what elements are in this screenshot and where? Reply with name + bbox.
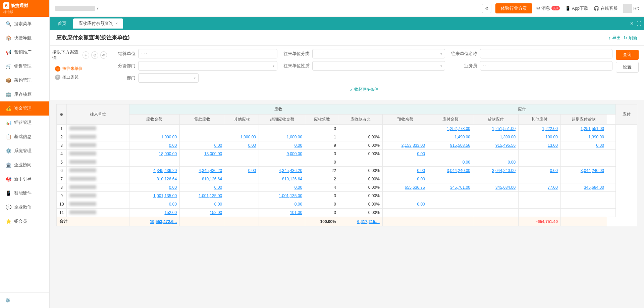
tab-home[interactable]: 首页 bbox=[52, 18, 72, 29]
cell-rec_loan[interactable]: 0.00 bbox=[180, 141, 225, 150]
cell-rec_amount[interactable]: 4,345,436.20 bbox=[129, 167, 180, 175]
sidebar-item-guide[interactable]: 🎯 新手引导 bbox=[0, 172, 49, 186]
filter-add-btn[interactable]: + bbox=[83, 51, 89, 59]
maximize-window-icon[interactable]: ⛶ bbox=[637, 21, 641, 26]
cell-rec_amount[interactable]: 1,000.00 bbox=[129, 133, 180, 141]
cell-pay_loan[interactable]: 915,495.56 bbox=[473, 141, 519, 150]
partner-category-select[interactable]: ▾ bbox=[312, 49, 445, 58]
sidebar-item-member[interactable]: ⭐ 畅会员 bbox=[0, 214, 49, 228]
sidebar-item-enterprise[interactable]: 🏛️ 企业协同 bbox=[0, 158, 49, 172]
salesman-input[interactable]: ··· bbox=[480, 61, 612, 71]
cell-pay_overdue[interactable]: 345,684.00 bbox=[560, 183, 607, 192]
close-window-icon[interactable]: ✕ bbox=[630, 21, 634, 26]
cell-pay_amount[interactable]: 3,044,240.00 bbox=[428, 167, 473, 175]
scheme-by-partner[interactable]: 往 按往来单位 bbox=[52, 64, 107, 73]
table-settings-col[interactable]: ⚙ bbox=[57, 104, 67, 125]
partner-name-input[interactable] bbox=[480, 49, 612, 58]
topbar-settings-btn[interactable]: ⚙ bbox=[482, 4, 491, 13]
cell-pay_overdue[interactable]: 1,251,551.00 bbox=[560, 125, 607, 133]
cell-rec_overdue[interactable]: 0.00 bbox=[259, 183, 305, 192]
cell-rec_amount[interactable]: 1,001,135.00 bbox=[129, 192, 180, 200]
cell-rec_amount[interactable]: 152.00 bbox=[129, 209, 180, 217]
cell-rec_amount[interactable]: 0.00 bbox=[129, 141, 180, 150]
export-btn[interactable]: ↑ 导出 bbox=[609, 35, 621, 41]
sidebar-item-nav[interactable]: 🏠 快捷导航 bbox=[0, 31, 49, 45]
cell-pay_other[interactable]: 0.00 bbox=[519, 167, 561, 175]
cell-rec_loan[interactable]: 0.00 bbox=[180, 200, 225, 209]
scheme-by-salesman[interactable]: 业 按业务员 bbox=[52, 73, 107, 81]
cell-rec_overdue[interactable]: 810,126.64 bbox=[259, 175, 305, 183]
sidebar-item-hardware[interactable]: 📱 智能硬件 bbox=[0, 186, 49, 200]
partner-nature-select[interactable]: ▾ bbox=[312, 61, 445, 71]
cell-rec_loan[interactable]: 0.00 bbox=[180, 183, 225, 192]
message-btn[interactable]: ✉ 消息 99+ bbox=[536, 5, 560, 11]
sidebar-item-inventory[interactable]: 🏢 库存核算 bbox=[0, 87, 49, 101]
cell-rec_loan[interactable]: 152.00 bbox=[180, 209, 225, 217]
sidebar-item-purchase[interactable]: 📦 采购管理 bbox=[0, 73, 49, 87]
cell-rec_overdue[interactable]: 0.00 bbox=[259, 141, 305, 150]
cell-rec_overdue[interactable]: 101.00 bbox=[259, 209, 305, 217]
industry-solution-btn[interactable]: 体验行业方案 bbox=[495, 3, 532, 13]
cell-advance[interactable]: 0.00 bbox=[382, 200, 428, 209]
cell-pay_other[interactable]: 100.00 bbox=[519, 133, 561, 141]
cell-rec_overdue[interactable]: 9,000.00 bbox=[259, 150, 305, 158]
sidebar-bottom-settings[interactable]: ⚙️ bbox=[0, 295, 49, 305]
cell-advance[interactable]: 2,153,333.00 bbox=[382, 141, 428, 150]
online-service-btn[interactable]: 🎧 在线客服 bbox=[594, 5, 618, 11]
sidebar-item-marketing[interactable]: 📢 营销推广 bbox=[0, 45, 49, 59]
cell-pay_amount[interactable]: 345,761.00 bbox=[428, 183, 473, 192]
tab-current[interactable]: 应收应付余额查询 × bbox=[73, 18, 123, 29]
filter-expand-btn[interactable]: ≪ bbox=[100, 51, 107, 59]
cell-rec_overdue[interactable]: 1,000.00 bbox=[259, 133, 305, 141]
cell-rec_overdue[interactable]: 0.00 bbox=[259, 200, 305, 209]
refresh-btn[interactable]: ↻ 刷新 bbox=[624, 35, 637, 41]
cell-pay_amount[interactable]: 0.00 bbox=[428, 158, 473, 167]
tab-close-btn[interactable]: × bbox=[115, 21, 118, 26]
sidebar-item-sales[interactable]: 🛒 销售管理 bbox=[0, 59, 49, 73]
cell-rec_overdue[interactable]: 4,345,436.20 bbox=[259, 167, 305, 175]
filter-settings-small-btn[interactable]: ⊙ bbox=[91, 51, 98, 59]
cell-rec_loan[interactable]: 4,345,436.20 bbox=[180, 167, 225, 175]
cell-pay_amount[interactable]: 1,490.00 bbox=[428, 133, 473, 141]
cell-pay_amount[interactable]: 915,508.56 bbox=[428, 141, 473, 150]
cell-pay_loan[interactable]: 3,044,240.00 bbox=[473, 167, 519, 175]
cell-advance[interactable]: 0.00 bbox=[382, 167, 428, 175]
dept-select[interactable]: ▾ bbox=[138, 73, 199, 83]
cell-pay_overdue[interactable]: 3,044,240.00 bbox=[560, 167, 607, 175]
cell-pay_other[interactable]: 1,222.00 bbox=[519, 125, 561, 133]
cell-rec_amount[interactable]: 18,000.00 bbox=[129, 150, 180, 158]
cell-rec_loan[interactable]: 18,000.00 bbox=[180, 150, 225, 158]
cell-pay_other[interactable]: 13.00 bbox=[519, 141, 561, 150]
cell-pay_loan[interactable]: 345,684.00 bbox=[473, 183, 519, 192]
cell-pay_other[interactable]: 77.00 bbox=[519, 183, 561, 192]
cell-pay_loan[interactable]: 0.00 bbox=[473, 158, 519, 167]
cell-pay_overdue[interactable]: 1,390.00 bbox=[560, 133, 607, 141]
settlement-unit-input[interactable]: ··· bbox=[138, 49, 277, 58]
sidebar-item-search[interactable]: 🔍 搜索菜单 bbox=[0, 17, 49, 31]
query-btn[interactable]: 查询 bbox=[616, 50, 639, 60]
cell-advance[interactable]: 0.00 bbox=[382, 175, 428, 183]
cell-pay_overdue[interactable]: 0.00 bbox=[560, 141, 607, 150]
cell-rec_amount[interactable]: 810,126.64 bbox=[129, 175, 180, 183]
cell-rec_loan[interactable]: 810,126.64 bbox=[180, 175, 225, 183]
sidebar-item-wechat[interactable]: 💬 企业微信 bbox=[0, 200, 49, 214]
filter-settings-btn[interactable]: 设置 bbox=[616, 62, 639, 73]
cell-rec_overdue[interactable]: 1,001,135.00 bbox=[259, 192, 305, 200]
app-download-btn[interactable]: 📱 App下载 bbox=[565, 5, 588, 11]
sidebar-item-basic[interactable]: 📋 基础信息 bbox=[0, 130, 49, 144]
cell-pay_amount[interactable]: 1,252,773.00 bbox=[428, 125, 473, 133]
cell-rec_other[interactable]: 1,000.00 bbox=[225, 133, 259, 141]
cell-rec_amount[interactable]: 0.00 bbox=[129, 200, 180, 209]
cell-rec_other[interactable]: 0.00 bbox=[225, 167, 259, 175]
cell-advance[interactable]: 655,636.75 bbox=[382, 183, 428, 192]
sidebar-item-management[interactable]: 📊 经营管理 bbox=[0, 116, 49, 130]
cell-pay_loan[interactable]: 1,251,551.00 bbox=[473, 125, 519, 133]
cell-advance[interactable]: 0.00 bbox=[382, 150, 428, 158]
cell-rec_other[interactable]: 0.00 bbox=[225, 141, 259, 150]
cell-pay_loan[interactable]: 1,390.00 bbox=[473, 133, 519, 141]
dept-manage-select[interactable]: ▾ bbox=[138, 61, 277, 71]
cell-rec_amount[interactable]: 0.00 bbox=[129, 183, 180, 192]
sidebar-item-system[interactable]: ⚙️ 系统管理 bbox=[0, 144, 49, 158]
cell-rec_loan[interactable]: 1,001,135.00 bbox=[180, 192, 225, 200]
sidebar-item-finance[interactable]: 💰 资金管理 bbox=[0, 101, 49, 116]
